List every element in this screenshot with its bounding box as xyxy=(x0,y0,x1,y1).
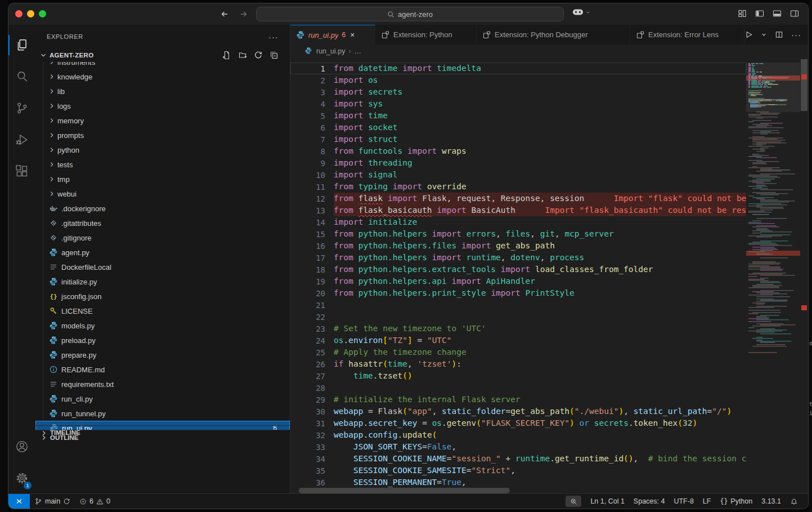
tree-item-run_cli.py[interactable]: run_cli.py xyxy=(35,391,290,406)
line-number[interactable]: 7 xyxy=(290,135,325,144)
activity-item-accounts[interactable] xyxy=(8,431,35,462)
code-line-31[interactable]: 31webapp.secret_key = os.getenv("FLASK_S… xyxy=(290,417,746,429)
code-line-25[interactable]: 25# Apply the timezone change xyxy=(290,346,746,358)
line-number[interactable]: 23 xyxy=(290,324,325,333)
remote-indicator[interactable] xyxy=(8,494,30,509)
code-line-17[interactable]: 17from python.helpers import runtime, do… xyxy=(290,252,746,264)
toggle-panel-button[interactable] xyxy=(773,9,782,18)
activity-item-source-control[interactable] xyxy=(8,92,35,124)
code-line-12[interactable]: 12from flask import Flask, request, Resp… xyxy=(290,193,746,204)
activity-item-search[interactable] xyxy=(8,61,35,92)
line-number[interactable]: 5 xyxy=(290,112,325,121)
line-number[interactable]: 28 xyxy=(290,384,325,393)
activity-item-extensions[interactable] xyxy=(8,155,35,187)
code-line-7[interactable]: 7import struct xyxy=(290,133,746,145)
tree-item-LICENSE[interactable]: LICENSE xyxy=(35,304,290,318)
collapse-folders-button[interactable] xyxy=(270,51,279,60)
line-number[interactable]: 10 xyxy=(290,171,325,180)
tree-item-logs[interactable]: logs xyxy=(35,99,290,113)
code-line-35[interactable]: 35 SESSION_COOKIE_SAMESITE="Strict", xyxy=(290,465,746,477)
tree-item-preload.py[interactable]: preload.py xyxy=(35,333,290,348)
line-number[interactable]: 35 xyxy=(290,466,325,475)
code-line-11[interactable]: 11from typing import override xyxy=(290,181,746,193)
code-line-8[interactable]: 8from functools import wraps xyxy=(290,145,746,157)
line-number[interactable]: 32 xyxy=(290,431,325,440)
split-editor-button[interactable] xyxy=(775,30,783,39)
tree-item-jsconfig.json[interactable]: {}jsconfig.json xyxy=(35,289,290,304)
tree-item-requirements.txt[interactable]: requirements.txt xyxy=(35,377,290,391)
minimize-window-button[interactable] xyxy=(27,10,34,17)
line-number[interactable]: 29 xyxy=(290,395,325,404)
line-number[interactable]: 11 xyxy=(290,182,325,192)
indentation-status[interactable]: Spaces: 4 xyxy=(629,497,670,505)
explorer-more-actions-button[interactable]: ··· xyxy=(268,32,279,42)
minimap[interactable] xyxy=(746,63,800,355)
code-line-34[interactable]: 34 SESSION_COOKIE_NAME="session_" + runt… xyxy=(290,453,746,465)
vertical-scrollbar[interactable] xyxy=(800,58,808,494)
code-line-23[interactable]: 23# Set the new timezone to 'UTC' xyxy=(290,323,746,335)
git-branch-status[interactable]: main xyxy=(30,497,75,505)
toggle-primary-sidebar-button[interactable] xyxy=(755,9,764,18)
customize-layout-button[interactable] xyxy=(738,9,747,18)
tree-item-run_tunnel.py[interactable]: run_tunnel.py xyxy=(35,406,290,421)
code-line-14[interactable]: 14import initialize xyxy=(290,216,746,228)
line-number[interactable]: 4 xyxy=(290,100,325,109)
cursor-position-status[interactable]: Ln 1, Col 1 xyxy=(586,497,629,505)
code-line-32[interactable]: 32webapp.config.update( xyxy=(290,429,746,441)
tree-item-prepare.py[interactable]: prepare.py xyxy=(35,348,290,362)
line-number[interactable]: 26 xyxy=(290,360,325,369)
code-line-10[interactable]: 10import signal xyxy=(290,169,746,181)
vertical-scrollbar-slider[interactable] xyxy=(801,59,807,111)
code-line-22[interactable]: 22 xyxy=(290,311,746,323)
tree-item-prompts[interactable]: prompts xyxy=(35,128,290,143)
tree-item-knowledge[interactable]: knowledge xyxy=(35,69,290,84)
line-number[interactable]: 19 xyxy=(290,277,325,286)
line-number[interactable]: 22 xyxy=(290,313,325,322)
code-line-19[interactable]: 19from python.helpers.api import ApiHand… xyxy=(290,275,746,287)
line-number[interactable]: 24 xyxy=(290,336,325,345)
line-number[interactable]: 17 xyxy=(290,253,325,262)
zoom-status-button[interactable] xyxy=(566,496,581,507)
line-number[interactable]: 33 xyxy=(290,443,325,452)
line-number[interactable]: 14 xyxy=(290,218,325,227)
code-editor[interactable]: 1from datetime import timedelta2import o… xyxy=(290,63,746,488)
line-number[interactable]: 3 xyxy=(290,88,325,97)
code-line-4[interactable]: 4import sys xyxy=(290,98,746,110)
language-mode-status[interactable]: {} Python xyxy=(715,497,757,505)
line-number[interactable]: 30 xyxy=(290,407,325,416)
line-number[interactable]: 2 xyxy=(290,76,325,85)
new-folder-button[interactable] xyxy=(238,51,247,60)
run-options-chevron[interactable] xyxy=(761,32,767,38)
tree-item-initialize.py[interactable]: initialize.py xyxy=(35,274,290,289)
notifications-bell[interactable] xyxy=(786,497,802,505)
tree-item-webui[interactable]: webui xyxy=(35,186,290,201)
eol-status[interactable]: LF xyxy=(698,497,716,505)
python-version-status[interactable]: 3.13.1 xyxy=(757,497,786,505)
new-file-button[interactable] xyxy=(222,51,231,60)
editor-more-actions-button[interactable]: ··· xyxy=(791,30,801,39)
run-python-file-button[interactable] xyxy=(744,30,753,39)
code-line-5[interactable]: 5import time xyxy=(290,110,746,122)
code-line-3[interactable]: 3import secrets xyxy=(290,86,746,98)
line-number[interactable]: 36 xyxy=(290,478,325,487)
problems-status[interactable]: 6 0 xyxy=(75,497,115,505)
line-number[interactable]: 25 xyxy=(290,348,325,357)
editor-tab-extension-python-debugger[interactable]: Extension: Python Debugger xyxy=(477,25,630,44)
code-line-24[interactable]: 24os.environ["TZ"] = "UTC" xyxy=(290,335,746,346)
tree-item-.dockerignore[interactable]: .dockerignore xyxy=(35,201,290,216)
navigate-forward-button[interactable] xyxy=(237,7,250,21)
breadcrumb-file[interactable]: run_ui.py xyxy=(316,47,345,55)
line-number[interactable]: 18 xyxy=(290,265,325,274)
code-line-29[interactable]: 29# initialize the internal Flask server xyxy=(290,394,746,406)
tree-item-python[interactable]: python xyxy=(35,143,290,157)
copilot-menu[interactable] xyxy=(572,8,591,16)
editor-tab-extension-python[interactable]: Extension: Python xyxy=(375,25,477,44)
horizontal-scrollbar-slider[interactable] xyxy=(299,488,510,493)
code-line-26[interactable]: 26if hasattr(time, 'tzset'): xyxy=(290,358,746,370)
activity-item-run-debug[interactable] xyxy=(8,124,35,155)
line-number[interactable]: 20 xyxy=(290,289,325,298)
code-line-21[interactable]: 21 xyxy=(290,299,746,311)
tree-item-memory[interactable]: memory xyxy=(35,113,290,128)
code-line-36[interactable]: 36 SESSION_PERMANENT=True, xyxy=(290,477,746,488)
code-line-1[interactable]: 1from datetime import timedelta xyxy=(290,63,746,74)
